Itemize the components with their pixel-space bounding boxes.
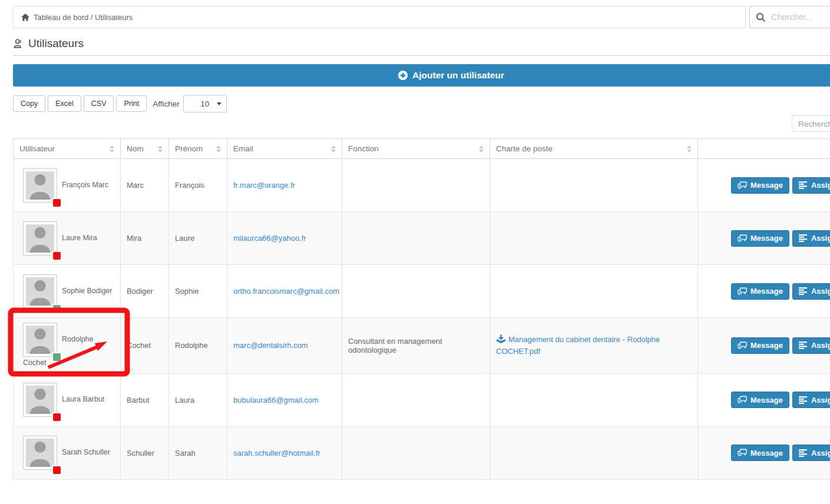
avatar-photo [26,326,54,354]
column-header[interactable]: Nom [121,139,169,159]
sort-icon [216,145,221,152]
global-search-input[interactable] [771,12,830,22]
cell-prenom: François [169,159,227,212]
assign-icon [799,234,808,242]
message-button[interactable]: Message [731,445,789,461]
message-button[interactable]: Message [731,177,789,194]
user-display-name: François Marc [62,181,108,189]
page: Tableau de bord / Utilisateurs Utilisate… [0,0,830,503]
avatar-photo [26,386,54,414]
export-csv-button[interactable]: CSV [84,95,114,112]
search-icon [756,12,766,22]
message-icon [738,181,747,190]
export-copy-button[interactable]: Copy [13,95,45,112]
users-table: Utilisateur Nom Prénom Email Fonction Ch… [13,138,830,480]
assign-button[interactable]: Assigner [792,337,830,354]
add-user-button[interactable]: Ajouter un utilisateur [13,64,830,87]
assign-button[interactable]: Assigner [792,392,830,408]
email-link[interactable]: ortho.francoismarc@gmail.com [233,287,339,296]
title-divider [13,55,830,56]
cell-fonction [342,265,490,318]
page-size-select[interactable]: 10 [183,95,227,112]
column-header[interactable]: Prénom [169,139,227,159]
avatar [23,323,57,357]
table-row: Laura Barbut Barbut Laura bubulaura66@gm… [14,373,830,426]
cell-prenom: Laura [169,373,227,426]
users-icon [13,38,24,49]
cell-fonction [342,373,490,426]
column-header[interactable] [698,139,830,159]
export-button-group: CopyExcelCSVPrint [13,95,149,112]
email-link[interactable]: milaurca66@yahoo.fr [233,234,306,243]
email-link[interactable]: bubulaura66@gmail.com [233,396,319,404]
caret-down-icon [217,102,221,105]
assign-button[interactable]: Assigner [792,177,830,194]
table-row: Rodolphe Cochet Cochet Rodolphe marc@den… [14,318,830,374]
column-header[interactable]: Fonction [342,139,490,159]
cell-nom: Cochet [121,318,169,374]
sort-icon [331,145,336,152]
home-icon [21,14,29,21]
export-print-button[interactable]: Print [116,95,147,112]
table-row: Sophie Bodiger Bodiger Sophie ortho.fran… [14,265,830,318]
status-badge [52,465,62,475]
user-display-name: Sophie Bodiger [62,287,112,295]
message-button[interactable]: Message [731,392,789,408]
cell-prenom: Rodolphe [169,318,227,374]
message-icon [738,396,747,404]
user-display-name: Laura Barbut [62,396,104,404]
table-filter-input[interactable] [792,115,830,132]
message-icon [738,287,747,296]
cell-nom: Mira [121,212,169,265]
breadcrumb[interactable]: Tableau de bord / Utilisateurs [13,6,746,28]
message-icon [738,341,747,350]
cell-fonction [342,426,490,479]
status-badge [52,412,62,422]
assign-button[interactable]: Assigner [792,445,830,461]
avatar-photo [26,439,54,467]
add-user-label: Ajouter un utilisateur [412,70,504,81]
user-display-name: Laure Mira [62,234,97,242]
column-header[interactable]: Utilisateur [14,139,121,159]
sort-icon [158,145,163,152]
column-header[interactable]: Charte de poste [490,139,698,159]
topbar: Tableau de bord / Utilisateurs [13,6,830,28]
assign-icon [799,396,808,404]
status-badge [52,251,62,261]
message-button[interactable]: Message [731,230,789,247]
email-link[interactable]: fr.marc@orange.fr [233,181,295,190]
cell-prenom: Laure [169,212,227,265]
page-size-value: 10 [200,100,209,108]
email-link[interactable]: sarah.schuller@hotmail.fr [233,449,320,457]
breadcrumb-text: Tableau de bord / Utilisateurs [34,13,133,22]
status-badge [52,198,62,208]
assign-button[interactable]: Assigner [792,230,830,247]
message-icon [738,449,747,457]
status-badge [52,304,62,314]
global-search [749,6,830,28]
cell-fonction [342,159,490,212]
cell-fonction: Consultant en management odontologique [342,318,490,374]
assign-button[interactable]: Assigner [792,283,830,300]
message-button[interactable]: Message [731,283,789,300]
column-header[interactable]: Email [227,139,342,159]
export-excel-button[interactable]: Excel [48,95,81,112]
cell-prenom: Sarah [169,426,227,479]
cell-prenom: Sophie [169,265,227,318]
message-icon [738,234,747,243]
table-header-row: Utilisateur Nom Prénom Email Fonction Ch… [14,139,830,159]
avatar-photo [26,171,54,200]
email-link[interactable]: marc@dentalsirh.com [233,341,308,350]
charte-download-link[interactable]: Management du cabinet dentaire - Rodolph… [496,335,660,356]
sort-icon [687,145,692,152]
table-row: Sarah Schuller Schuller Sarah sarah.schu… [14,426,830,479]
avatar [23,436,57,470]
avatar-photo [26,224,54,253]
message-button[interactable]: Message [731,337,789,354]
sort-icon [110,145,114,152]
cell-nom: Bodiger [121,265,169,318]
cell-nom: Schuller [121,426,169,479]
length-label: Afficher [153,100,180,108]
title-row: Utilisateurs [13,37,830,50]
avatar [23,383,57,417]
